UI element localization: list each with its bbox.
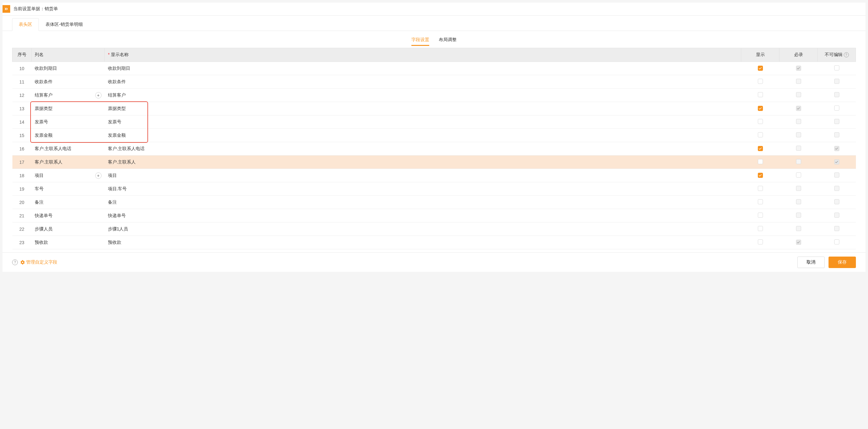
cell-readonly <box>818 209 856 223</box>
footer: ? 管理自定义字段 取消 保存 <box>3 252 865 272</box>
table-row: 22步骤人员步骤1人员 <box>12 223 856 236</box>
save-button[interactable]: 保存 <box>829 257 856 268</box>
cell-display-name[interactable]: 预收款 <box>105 236 741 249</box>
checkbox[interactable] <box>758 239 763 245</box>
tab-layout-adjust[interactable]: 布局调整 <box>439 36 457 44</box>
cell-readonly <box>818 102 856 115</box>
table-row: 21快递单号快递单号 <box>12 209 856 223</box>
help-icon[interactable]: ? <box>12 259 18 265</box>
cell-col-name: 收款到期日 <box>32 62 105 75</box>
cell-seq: 16 <box>12 142 32 155</box>
checkbox <box>834 79 839 84</box>
checkbox <box>834 186 839 191</box>
cell-col-name: 预收款 <box>32 236 105 249</box>
cell-show <box>741 102 779 115</box>
cell-display-name[interactable]: 收款条件 <box>105 75 741 89</box>
cell-show <box>741 142 779 155</box>
checkbox <box>834 226 839 231</box>
checkbox[interactable] <box>758 212 763 218</box>
cell-show <box>741 155 779 169</box>
cell-readonly <box>818 62 856 75</box>
checkbox[interactable] <box>758 159 763 164</box>
manage-custom-fields-link[interactable]: 管理自定义字段 <box>20 259 57 265</box>
cell-show <box>741 182 779 196</box>
checkbox[interactable] <box>758 92 763 97</box>
cell-display-name[interactable]: 项目 <box>105 169 741 182</box>
checkbox[interactable] <box>834 106 839 111</box>
table-row: 19车号项目.车号 <box>12 182 856 196</box>
checkbox <box>796 240 801 245</box>
checkbox <box>834 212 839 218</box>
checkbox[interactable] <box>758 146 763 151</box>
cell-readonly <box>818 236 856 249</box>
cell-show <box>741 89 779 102</box>
cell-display-name[interactable]: 发票金额 <box>105 129 741 142</box>
checkbox[interactable] <box>796 172 801 177</box>
checkbox[interactable] <box>758 199 763 204</box>
cell-col-name: 备注 <box>32 196 105 209</box>
checkbox[interactable] <box>758 119 763 124</box>
cell-display-name[interactable]: 快递单号 <box>105 209 741 223</box>
checkbox <box>796 212 801 218</box>
checkbox[interactable] <box>758 173 763 178</box>
cell-show <box>741 75 779 89</box>
tab-body-area[interactable]: 表体区-销货单明细 <box>39 18 90 31</box>
th-required: 必录 <box>779 48 818 62</box>
cell-seq: 20 <box>12 196 32 209</box>
cell-seq: 12 <box>12 89 32 102</box>
cell-seq: 14 <box>12 115 32 129</box>
add-sub-field-button[interactable]: + <box>95 92 101 98</box>
cell-display-name[interactable]: 发票号 <box>105 115 741 129</box>
cell-seq: 10 <box>12 62 32 75</box>
checkbox[interactable] <box>758 66 763 71</box>
cell-required <box>779 102 818 115</box>
cell-col-name: 项目+ <box>32 169 105 182</box>
checkbox[interactable] <box>758 106 763 111</box>
tab-field-settings[interactable]: 字段设置 <box>411 36 429 44</box>
primary-tabs: 表头区 表体区-销货单明细 <box>3 18 865 31</box>
cell-display-name[interactable]: 项目.车号 <box>105 182 741 196</box>
cell-required <box>779 182 818 196</box>
checkbox <box>834 172 839 177</box>
cell-seq: 18 <box>12 169 32 182</box>
cell-readonly <box>818 129 856 142</box>
checkbox <box>834 146 839 151</box>
tab-header-area[interactable]: 表头区 <box>12 18 39 31</box>
expand-panel-button[interactable] <box>3 5 10 13</box>
cell-seq: 17 <box>12 155 32 169</box>
add-sub-field-button[interactable]: + <box>95 172 101 179</box>
cell-seq: 15 <box>12 129 32 142</box>
cell-required <box>779 209 818 223</box>
cell-col-name: 结算客户+ <box>32 89 105 102</box>
cancel-button[interactable]: 取消 <box>797 257 825 268</box>
checkbox[interactable] <box>758 79 763 84</box>
checkbox <box>796 146 801 151</box>
checkbox[interactable] <box>834 65 839 70</box>
cell-display-name[interactable]: 步骤1人员 <box>105 223 741 236</box>
cell-col-name: 发票金额 <box>32 129 105 142</box>
cell-col-name: 发票号 <box>32 115 105 129</box>
cell-display-name[interactable]: 票据类型 <box>105 102 741 115</box>
checkbox[interactable] <box>834 239 839 245</box>
checkbox[interactable] <box>758 226 763 231</box>
table-row: 18项目+项目 <box>12 169 856 182</box>
th-show: 显示 <box>741 48 779 62</box>
field-settings-table: 序号 列名 *显示名称 显示 必录 不可编辑? 10收款到期日收款到期日11收款… <box>12 48 856 249</box>
cell-seq: 21 <box>12 209 32 223</box>
cell-required <box>779 223 818 236</box>
table-row: 13票据类型票据类型 <box>12 102 856 115</box>
checkbox[interactable] <box>758 186 763 191</box>
help-icon[interactable]: ? <box>844 52 849 57</box>
cell-required <box>779 62 818 75</box>
cell-display-name[interactable]: 客户.主联系人 <box>105 155 741 169</box>
checkbox[interactable] <box>758 132 763 137</box>
cell-display-name[interactable]: 收款到期日 <box>105 62 741 75</box>
cell-display-name[interactable]: 结算客户 <box>105 89 741 102</box>
cell-seq: 23 <box>12 236 32 249</box>
checkbox <box>796 92 801 97</box>
cell-display-name[interactable]: 备注 <box>105 196 741 209</box>
checkbox <box>796 159 801 164</box>
cell-col-name: 步骤人员 <box>32 223 105 236</box>
checkbox <box>834 132 839 137</box>
cell-display-name[interactable]: 客户.主联系人电话 <box>105 142 741 155</box>
